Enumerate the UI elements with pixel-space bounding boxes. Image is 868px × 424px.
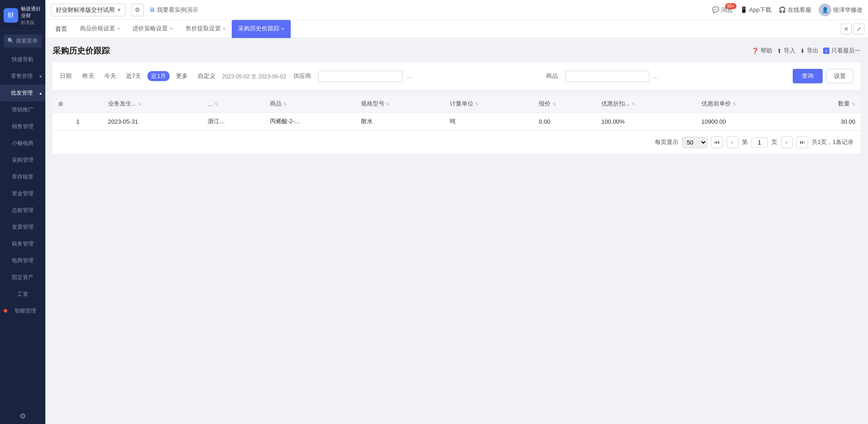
td-seq: 1	[71, 113, 102, 130]
th-more[interactable]: ... ⇅	[202, 95, 264, 113]
supplier-input[interactable]	[318, 71, 403, 82]
sidebar-item-finance[interactable]: 资金管理	[0, 185, 45, 202]
date-filter-label: 日期	[60, 72, 72, 80]
th-price[interactable]: 报价 ⇅	[533, 95, 596, 113]
search-icon: 🔍	[7, 38, 14, 44]
tab-sale-price-close-icon[interactable]: ×	[223, 26, 225, 31]
tab-purchase-history-close-icon[interactable]: ×	[281, 26, 284, 31]
tab-product-price-label: 商品价格设置	[80, 24, 115, 33]
settings-button[interactable]: ⚙	[131, 4, 144, 16]
user-name-label: 徐泽华修改	[833, 6, 863, 14]
sort-icon: ⇅	[552, 101, 556, 106]
query-button[interactable]: 查询	[793, 69, 823, 83]
supplier-more-btn[interactable]: ...	[406, 73, 411, 80]
tab-expand-controls: ✕ ⤢	[841, 24, 864, 34]
tab-product-price[interactable]: 商品价格设置 ×	[73, 20, 126, 38]
date-options: 昨天 今天 近7天 近1月 更多 自定义 2023-05-02 至 2023-0…	[79, 71, 286, 81]
last-page-button[interactable]: ⏭	[796, 136, 808, 148]
search-menu-button[interactable]: 🔍 搜索菜单	[4, 34, 42, 48]
th-spec[interactable]: 规格型号 ⇅	[356, 95, 444, 113]
th-product[interactable]: 商品 ⇅	[264, 95, 356, 113]
sidebar-item-tax[interactable]: 税务管理	[0, 236, 45, 252]
per-page-label: 每页显示	[655, 138, 678, 146]
sidebar-item-inventory[interactable]: 库存核算	[0, 169, 45, 185]
sidebar-item-ecommerce[interactable]: 电商管理	[0, 252, 45, 269]
th-spec-label: 规格型号	[361, 100, 385, 107]
per-page-select[interactable]: 50 20 100 200	[682, 137, 707, 148]
only-last-checkbox[interactable]	[823, 48, 829, 54]
help-label: 帮助	[761, 47, 772, 55]
product-input[interactable]	[565, 71, 649, 82]
sidebar-item-ecommerce-small[interactable]: 小畅电商	[0, 135, 45, 152]
export-button[interactable]: ⬇ 导出	[800, 47, 819, 55]
ecommerce-label: 电商管理	[4, 257, 42, 265]
pagination-bar: 每页显示 50 20 100 200 ⏮ ‹ 第 页 › ⏭ 共1页，1条记录	[53, 130, 861, 154]
ledger-label: 总账管理	[4, 207, 42, 214]
sort-icon: ⇅	[386, 101, 390, 106]
date-more-btn[interactable]: 更多	[172, 71, 191, 81]
date-today-btn[interactable]: 今天	[101, 71, 120, 81]
user-menu-button[interactable]: 👤 徐泽华修改	[819, 4, 863, 16]
sort-icon: ⇅	[732, 101, 736, 106]
sidebar-item-marketing[interactable]: 营销推广	[0, 101, 45, 118]
first-page-button[interactable]: ⏮	[711, 136, 723, 148]
sidebar-item-assets[interactable]: 固定资产	[0, 269, 45, 286]
gear-icon[interactable]: ⚙	[58, 101, 63, 107]
page-title: 采购历史价跟踪	[53, 45, 110, 56]
tab-purchase-strategy[interactable]: 进价策略设置 ×	[126, 20, 179, 38]
message-button[interactable]: 💬 消息 99+	[712, 6, 733, 14]
settings-button[interactable]: 设置	[826, 69, 853, 83]
sort-icon: ⇅	[138, 101, 141, 106]
date-custom-btn[interactable]: 自定义	[194, 71, 219, 81]
logo-text: 畅捷通好业财	[21, 5, 42, 19]
sidebar-item-ledger[interactable]: 总账管理	[0, 202, 45, 219]
sidebar-item-quick-nav[interactable]: 快捷导航	[0, 51, 45, 68]
sidebar-item-payroll[interactable]: 工资	[0, 286, 45, 303]
import-button[interactable]: ⬆ 导入	[777, 47, 795, 55]
th-price-label: 报价	[539, 100, 551, 107]
sidebar-item-smart[interactable]: 智能管理	[0, 303, 45, 319]
quick-nav-label: 快捷导航	[4, 56, 42, 63]
tab-home[interactable]: 首页	[49, 20, 73, 38]
search-menu-label: 搜索菜单	[16, 37, 38, 45]
date-last1m-btn[interactable]: 近1月	[147, 71, 170, 81]
tab-purchase-history-label: 采购历史价跟踪	[238, 24, 279, 33]
th-unit[interactable]: 计量单位 ⇅	[444, 95, 533, 113]
th-discount[interactable]: 优惠折扣... ⇅	[596, 95, 696, 113]
tab-purchase-history[interactable]: 采购历史价跟踪 ×	[232, 20, 290, 38]
th-quantity[interactable]: 数量 ⇅	[798, 95, 861, 113]
sidebar-item-invoice[interactable]: 发票管理	[0, 219, 45, 236]
td-pre-price: 10900.00	[696, 113, 798, 130]
version-selector[interactable]: 好业财标准版交付试用 ▾	[51, 4, 126, 16]
sidebar-item-retail[interactable]: 零售管理 ▾	[0, 68, 45, 85]
help-button[interactable]: ❓ 帮助	[751, 47, 772, 55]
purchase-label: 采购管理	[4, 156, 42, 164]
online-service-button[interactable]: 🎧 在线客服	[779, 6, 811, 14]
tab-home-label: 首页	[55, 25, 67, 33]
product-more-btn[interactable]: ...	[653, 73, 658, 80]
date-yesterday-btn[interactable]: 昨天	[79, 71, 98, 81]
sidebar-item-sales[interactable]: 销售管理	[0, 118, 45, 135]
th-date[interactable]: 业务发生... ⇅	[102, 95, 203, 113]
ecommerce-small-label: 小畅电商	[4, 140, 42, 147]
settings-icon[interactable]: ⚙	[20, 412, 26, 420]
app-download-button[interactable]: 📱 App下载	[740, 6, 771, 14]
th-quantity-label: 数量	[838, 100, 850, 107]
tab-purchase-strategy-close-icon[interactable]: ×	[170, 26, 172, 31]
next-page-button[interactable]: ›	[781, 136, 793, 148]
prev-page-button[interactable]: ‹	[727, 136, 738, 148]
date-last7-btn[interactable]: 近7天	[122, 71, 145, 81]
tab-expand-btn[interactable]: ⤢	[853, 24, 864, 34]
version-selector-text: 好业财标准版交付试用	[56, 6, 115, 14]
sidebar-item-wholesale[interactable]: 批发管理 ▴	[0, 85, 45, 101]
th-pre-price[interactable]: 优惠前单价 ⇅	[696, 95, 798, 113]
tab-close-btn[interactable]: ✕	[841, 24, 852, 34]
page-number-input[interactable]	[751, 137, 768, 148]
demo-button[interactable]: 🖥 我要看实例演示	[149, 6, 198, 14]
tab-product-price-close-icon[interactable]: ×	[117, 26, 120, 31]
td-quantity: 30.00	[798, 113, 861, 130]
tab-sale-price[interactable]: 售价提取设置 ×	[179, 20, 232, 38]
page-actions: ❓ 帮助 ⬆ 导入 ⬇ 导出 只看最后一	[751, 47, 861, 55]
sidebar-item-purchase[interactable]: 采购管理	[0, 152, 45, 169]
main-area: 好业财标准版交付试用 ▾ ⚙ 🖥 我要看实例演示 💬 消息 99+ 📱 App下…	[45, 0, 868, 424]
